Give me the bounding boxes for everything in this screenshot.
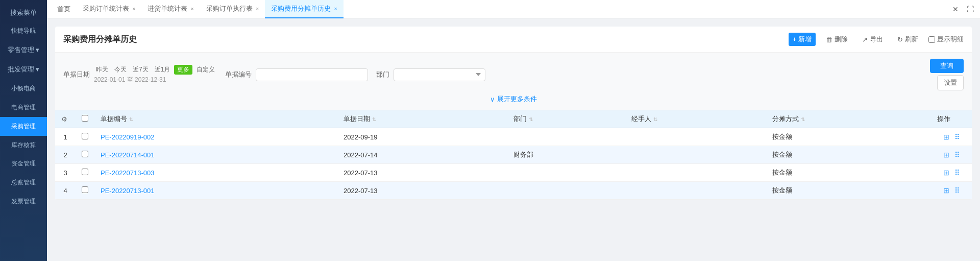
date-filter-group: 单据日期 昨天 今天 近7天 近1月 更多 自定义 2022-01-01 至 2…	[63, 65, 217, 84]
row-checkbox[interactable]	[82, 186, 88, 193]
sidebar-item-inventory[interactable]: 库存核算	[0, 136, 47, 155]
filter-area: 单据日期 昨天 今天 近7天 近1月 更多 自定义 2022-01-01 至 2…	[55, 53, 972, 110]
sort-doc-number-icon[interactable]: ⇅	[129, 116, 133, 122]
sidebar-item-invoice[interactable]: 发票管理	[0, 192, 47, 211]
doc-number-filter-group: 单据编号	[225, 68, 368, 81]
sort-split-method-icon[interactable]: ⇅	[801, 116, 805, 122]
sidebar-item-ecommerce-small[interactable]: 小畅电商	[0, 79, 47, 98]
row-index: 1	[55, 128, 76, 146]
filter-row: 单据日期 昨天 今天 近7天 近1月 更多 自定义 2022-01-01 至 2…	[63, 59, 964, 90]
th-handler: 经手人 ⇅	[625, 110, 766, 128]
th-doc-number: 单据编号 ⇅	[94, 110, 337, 128]
header-actions: + 新增 🗑 删除 ↗ 导出 ↻ 刷新 显示明细	[789, 33, 964, 46]
close-all-tabs-icon[interactable]: ✕	[950, 4, 961, 14]
view-icon[interactable]: ⊞	[943, 169, 949, 177]
expand-more-btn[interactable]: ∨ 展开更多条件	[63, 94, 964, 104]
row-dept	[507, 128, 626, 146]
tab-purchase-execution[interactable]: 采购订单执行表 ×	[200, 0, 265, 18]
select-all-checkbox[interactable]	[82, 115, 88, 122]
sort-dept-icon[interactable]: ⇅	[529, 116, 533, 122]
sidebar-item-purchase[interactable]: 采购管理	[0, 117, 47, 136]
sort-doc-date-icon[interactable]: ⇅	[372, 116, 376, 122]
row-handler	[625, 164, 766, 182]
dept-filter-group: 部门	[376, 68, 485, 81]
row-dept: 财务部	[507, 146, 626, 164]
row-doc-date: 2022-07-13	[337, 182, 507, 200]
shortcut-yesterday[interactable]: 昨天	[94, 65, 110, 75]
data-table: ⚙ 单据编号 ⇅	[55, 110, 972, 200]
row-doc-date: 2022-07-13	[337, 164, 507, 182]
more-ops-icon[interactable]: ⠿	[954, 186, 960, 195]
show-detail-checkbox[interactable]	[928, 36, 935, 43]
row-dept	[507, 182, 626, 200]
tab-close-purchase-execution[interactable]: ×	[256, 6, 259, 12]
column-settings-icon[interactable]: ⚙	[61, 115, 67, 123]
shortcut-custom[interactable]: 自定义	[194, 65, 217, 75]
filter-settings-button[interactable]: 设置	[937, 75, 964, 90]
expand-icon[interactable]: ⛶	[965, 4, 976, 14]
row-ops: ⊞ ⠿	[931, 182, 972, 200]
tab-close-goods-stats[interactable]: ×	[190, 6, 193, 12]
shortcut-7days[interactable]: 近7天	[131, 65, 151, 75]
sort-handler-icon[interactable]: ⇅	[653, 116, 657, 122]
main-area: 首页 采购订单统计表 × 进货单统计表 × 采购订单执行表 × 采购费用分摊单历…	[47, 0, 980, 261]
refresh-button[interactable]: ↻ 刷新	[893, 33, 922, 46]
dept-label: 部门	[376, 70, 389, 79]
delete-button[interactable]: 🗑 删除	[822, 33, 852, 46]
view-icon[interactable]: ⊞	[943, 133, 949, 141]
tab-home[interactable]: 首页	[51, 0, 77, 18]
doc-number-link[interactable]: PE-20220713-003	[101, 169, 155, 177]
shortcut-more[interactable]: 更多	[174, 65, 192, 75]
sidebar-item-ecommerce[interactable]: 电商管理	[0, 98, 47, 117]
sidebar-item-ledger[interactable]: 总账管理	[0, 173, 47, 192]
row-checkbox-cell	[76, 164, 94, 182]
table-container: ⚙ 单据编号 ⇅	[55, 110, 972, 200]
row-index: 3	[55, 164, 76, 182]
search-button[interactable]: 查询	[930, 59, 964, 73]
filter-right-actions: 查询 设置	[930, 59, 964, 90]
dept-select[interactable]	[394, 68, 485, 81]
page-header: 采购费用分摊单历史 + 新增 🗑 删除 ↗ 导出 ↻ 刷新	[55, 27, 972, 53]
more-ops-icon[interactable]: ⠿	[954, 133, 960, 141]
row-checkbox[interactable]	[82, 133, 88, 139]
sidebar: 搜索菜单 快捷导航 零售管理 ▾ 批发管理 ▾ 小畅电商 电商管理 采购管理 库…	[0, 0, 47, 261]
export-button[interactable]: ↗ 导出	[858, 33, 887, 46]
sidebar-item-retail[interactable]: 零售管理 ▾	[0, 40, 47, 60]
row-doc-date: 2022-07-14	[337, 146, 507, 164]
sidebar-item-quick-nav[interactable]: 快捷导航	[0, 21, 47, 40]
sidebar-item-finance[interactable]: 资金管理	[0, 154, 47, 173]
tab-close-purchase-order-stats[interactable]: ×	[132, 6, 135, 12]
tab-expense-history[interactable]: 采购费用分摊单历史 ×	[265, 0, 343, 18]
more-ops-icon[interactable]: ⠿	[954, 151, 960, 159]
tab-goods-stats[interactable]: 进货单统计表 ×	[141, 0, 200, 18]
doc-number-link[interactable]: PE-20220713-001	[101, 187, 155, 195]
row-handler	[625, 128, 766, 146]
th-checkbox	[76, 110, 94, 128]
row-split-method: 按金额	[766, 128, 931, 146]
shortcut-today[interactable]: 今天	[112, 65, 129, 75]
view-icon[interactable]: ⊞	[943, 151, 949, 159]
row-checkbox-cell	[76, 146, 94, 164]
th-ops: 操作	[931, 110, 972, 128]
tab-close-expense-history[interactable]: ×	[334, 6, 337, 12]
tab-purchase-order-stats[interactable]: 采购订单统计表 ×	[77, 0, 141, 18]
doc-number-link[interactable]: PE-20220714-001	[101, 151, 155, 159]
view-icon[interactable]: ⊞	[943, 186, 949, 195]
more-ops-icon[interactable]: ⠿	[954, 169, 960, 177]
date-label: 单据日期	[63, 70, 90, 79]
shortcut-1month[interactable]: 近1月	[153, 65, 173, 75]
row-split-method: 按金额	[766, 164, 931, 182]
row-checkbox-cell	[76, 128, 94, 146]
sidebar-item-wholesale[interactable]: 批发管理 ▾	[0, 60, 47, 79]
add-button[interactable]: + 新增	[789, 33, 816, 46]
row-checkbox[interactable]	[82, 169, 88, 175]
page-card: 采购费用分摊单历史 + 新增 🗑 删除 ↗ 导出 ↻ 刷新	[55, 27, 972, 200]
show-detail-checkbox-label[interactable]: 显示明细	[928, 35, 964, 44]
th-split-method: 分摊方式 ⇅	[766, 110, 931, 128]
doc-number-link[interactable]: PE-20220919-002	[101, 133, 155, 141]
doc-number-input[interactable]	[256, 68, 368, 81]
table-row: 2 PE-20220714-001 2022-07-14 财务部 按金额 ⊞ ⠿	[55, 146, 972, 164]
row-ops: ⊞ ⠿	[931, 164, 972, 182]
row-checkbox[interactable]	[82, 151, 88, 157]
sidebar-item-search[interactable]: 搜索菜单	[8, 4, 39, 21]
